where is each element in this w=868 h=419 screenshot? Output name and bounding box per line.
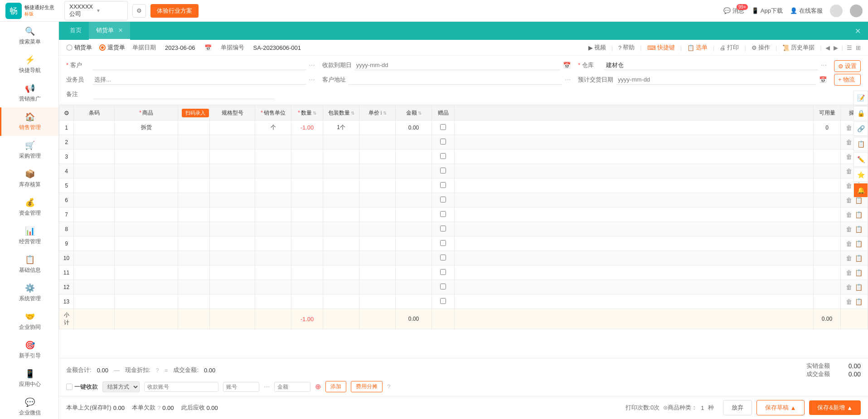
toolbar-action-btn[interactable]: ⚙ 操作	[750, 43, 772, 53]
sticky-edit-btn[interactable]: ✏️	[853, 152, 868, 167]
toolbar-history-btn[interactable]: 📜 历史单据	[781, 43, 816, 53]
row7-gift-checkbox[interactable]	[440, 211, 446, 217]
toolbar-help-btn[interactable]: ? 帮助	[616, 43, 636, 53]
row7-delete-icon[interactable]: 🗑	[846, 211, 852, 218]
payment-checkbox[interactable]	[66, 384, 73, 390]
radio-return[interactable]: 退货单	[99, 43, 125, 52]
row10-copy-icon[interactable]: 📋	[855, 255, 863, 262]
view-grid-btn[interactable]: ⊞	[856, 44, 861, 51]
row8-gift-checkbox[interactable]	[440, 226, 446, 231]
row10-delete-icon[interactable]: 🗑	[846, 255, 852, 262]
view-list-btn[interactable]: ☰	[847, 44, 852, 51]
account-more-btn[interactable]: ···	[264, 383, 270, 391]
avatar[interactable]	[830, 5, 843, 17]
save-new-btn[interactable]: 保存&新增 ▲	[809, 400, 861, 415]
expense-help-icon[interactable]: ?	[387, 383, 390, 390]
tab-sales-order-close[interactable]: ✕	[118, 27, 123, 34]
sticky-alert-btn[interactable]: 🔔	[853, 183, 868, 197]
cash-discount-help-icon[interactable]: ?	[156, 367, 159, 374]
customer-addr-input[interactable]	[349, 75, 562, 85]
warehouse-input[interactable]	[604, 60, 818, 70]
sidebar-item-guide[interactable]: 🎯 新手引导	[0, 336, 58, 364]
sidebar-item-finance[interactable]: 💰 资金管理	[0, 193, 58, 222]
settlement-select[interactable]: 结算方式	[102, 381, 140, 392]
sidebar-item-enterprise[interactable]: 🤝 企业协同	[0, 307, 58, 336]
row7-copy-icon[interactable]: 📋	[855, 211, 863, 218]
row9-delete-icon[interactable]: 🗑	[846, 240, 852, 247]
company-settings-btn[interactable]: ⚙	[132, 4, 146, 18]
nav-prev-btn[interactable]: ◀	[825, 44, 830, 51]
th-gear[interactable]: ⚙	[59, 106, 74, 120]
row6-delete-icon[interactable]: 🗑	[846, 197, 852, 204]
warehouse-more-btn[interactable]: ···	[821, 61, 827, 69]
online-support-btn[interactable]: 👤 在线客服	[790, 7, 823, 15]
row4-gift-checkbox[interactable]	[440, 168, 446, 173]
row2-gift-checkbox[interactable]	[440, 139, 446, 144]
nav-next-btn[interactable]: ▶	[834, 44, 838, 51]
sidebar-item-system[interactable]: ⚙️ 系统管理	[0, 279, 58, 307]
account-input[interactable]	[144, 382, 218, 392]
row12-copy-icon[interactable]: 📋	[855, 284, 863, 291]
row1-gift-checkbox[interactable]	[440, 124, 446, 130]
toolbar-shortcut-btn[interactable]: ⌨ 快捷键	[645, 43, 677, 53]
sticky-lock-btn[interactable]: 🔒	[853, 106, 868, 120]
customer-more-btn[interactable]: ···	[309, 61, 315, 69]
expected-date-input[interactable]	[616, 75, 816, 85]
payment-due-cal-icon[interactable]: 📅	[563, 62, 571, 69]
company-selector[interactable]: XXXXXX公司 ▼	[64, 1, 128, 20]
discard-btn[interactable]: 放弃	[723, 400, 752, 415]
row11-copy-icon[interactable]: 📋	[855, 269, 863, 276]
sidebar-item-sales[interactable]: 🏠 销售管理	[0, 107, 58, 136]
sticky-link-btn[interactable]: 🔗	[853, 121, 868, 136]
row11-delete-icon[interactable]: 🗑	[846, 269, 852, 276]
row8-copy-icon[interactable]: 📋	[855, 226, 863, 233]
account-no-input[interactable]	[223, 382, 259, 392]
sidebar-item-operations[interactable]: 📊 经营管理	[0, 222, 58, 250]
add-amount-icon[interactable]: ⊕	[315, 382, 321, 391]
scan-btn[interactable]: 扫码录入	[182, 109, 209, 117]
row10-gift-checkbox[interactable]	[440, 255, 446, 260]
avatar2[interactable]	[850, 5, 863, 17]
pack-sort-icon[interactable]: ⇅	[351, 111, 354, 116]
row1-delete-icon[interactable]: 🗑	[846, 124, 852, 131]
expected-date-cal-icon[interactable]: 📅	[819, 76, 827, 83]
row3-delete-icon[interactable]: 🗑	[846, 153, 852, 160]
row8-delete-icon[interactable]: 🗑	[846, 226, 852, 233]
amount-sort-icon[interactable]: ⇅	[418, 111, 422, 116]
row1-barcode[interactable]	[74, 120, 115, 135]
radio-sales[interactable]: 销货单	[66, 43, 92, 52]
tab-close-right[interactable]: ✕	[851, 23, 864, 39]
row5-gift-checkbox[interactable]	[440, 182, 446, 188]
price-info-icon[interactable]: ℹ	[380, 110, 382, 116]
row13-delete-icon[interactable]: 🗑	[846, 298, 852, 305]
sidebar-item-purchase[interactable]: 🛒 采购管理	[0, 136, 58, 164]
row12-delete-icon[interactable]: 🗑	[846, 284, 852, 291]
sidebar-item-quick-nav[interactable]: ⚡ 快捷导航	[0, 50, 58, 79]
sidebar-item-app-center[interactable]: 📱 应用中心	[0, 364, 58, 393]
row13-copy-icon[interactable]: 📋	[855, 298, 863, 305]
sidebar-item-wechat[interactable]: 💬 企业微信	[0, 393, 58, 419]
sidebar-item-basic-info[interactable]: 📋 基础信息	[0, 250, 58, 279]
logistics-btn[interactable]: + 物流	[834, 74, 861, 86]
qty-sort-icon[interactable]: ⇅	[313, 111, 316, 116]
sticky-notes-btn[interactable]: 📝	[853, 91, 868, 105]
payment-due-input[interactable]	[354, 60, 561, 70]
sidebar-search[interactable]: 🔍 搜索菜单	[0, 22, 58, 50]
order-owe-help[interactable]: ?	[157, 405, 160, 411]
row2-delete-icon[interactable]: 🗑	[846, 139, 852, 146]
row4-delete-icon[interactable]: 🗑	[846, 168, 852, 175]
row12-gift-checkbox[interactable]	[440, 284, 446, 289]
row1-barcode-input[interactable]	[78, 125, 111, 131]
amount-input[interactable]	[274, 382, 310, 392]
sidebar-item-marketing[interactable]: 📢 营销推广	[0, 79, 58, 107]
row9-copy-icon[interactable]: 📋	[855, 240, 863, 247]
salesperson-more-btn[interactable]: ···	[309, 76, 315, 84]
salesperson-input[interactable]	[92, 75, 306, 85]
trial-btn[interactable]: 体验行业方案	[150, 4, 199, 18]
sticky-star-btn[interactable]: ⭐	[853, 168, 868, 182]
sticky-clipboard-btn[interactable]: 📋	[853, 137, 868, 151]
row13-gift-checkbox[interactable]	[440, 298, 446, 304]
add-btn[interactable]: 添加	[325, 381, 346, 392]
date-cal-icon[interactable]: 📅	[204, 44, 212, 51]
remarks-input[interactable]	[93, 89, 275, 99]
